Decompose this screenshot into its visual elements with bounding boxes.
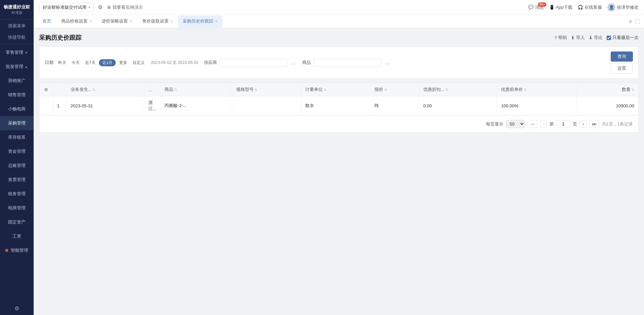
sidebar-item-wholesale[interactable]: 批发管理 ▲	[0, 60, 34, 74]
export-link[interactable]: ⬇ 导出	[589, 35, 603, 41]
filter-actions: 查询 设置	[611, 51, 633, 74]
sidebar-item-smart[interactable]: 智能管理	[0, 243, 34, 257]
supplier-label: 供应商	[204, 60, 217, 66]
row-spec	[232, 96, 301, 115]
sort-icon: ⇅	[445, 88, 448, 92]
row-supplier: 浙江...	[144, 96, 160, 115]
sidebar-item-quick-nav[interactable]: 快捷导航	[0, 32, 34, 42]
page-actions: ? 帮助 ⬆ 导入 ⬇ 导出 只看最后一次	[554, 35, 639, 41]
tabbar: 首页 商品价格设置 × 进价策略设置 × 售价提取设置 × 采购历史价跟踪 × …	[34, 15, 644, 28]
product-input[interactable]	[314, 59, 381, 67]
app-name: 畅捷通好业财	[3, 4, 31, 10]
date-btn-today[interactable]: 今天	[70, 59, 82, 66]
close-icon[interactable]: ×	[171, 19, 173, 23]
row-gear	[39, 96, 53, 115]
col-more[interactable]: ...	[144, 83, 160, 96]
gear-icon[interactable]: ⚙	[44, 87, 48, 92]
date-btn-custom[interactable]: 自定义	[131, 59, 147, 66]
row-price-unit: 吨	[370, 96, 419, 115]
retail-arrow: ▼	[25, 51, 28, 55]
sidebar-gear-icon[interactable]: ⚙	[14, 306, 19, 311]
page-header: 采购历史价跟踪 ? 帮助 ⬆ 导入 ⬇ 导出 只看最后一次	[39, 34, 639, 42]
supplier-input[interactable]	[220, 59, 287, 67]
date-btn-more[interactable]: 更多	[117, 59, 129, 66]
sidebar-item-ecom[interactable]: 电商管理	[0, 201, 34, 215]
sidebar-item-salary[interactable]: 工资	[0, 229, 34, 243]
per-page-select[interactable]: 50 10 20 100	[506, 120, 525, 128]
sidebar-item-ecom-small[interactable]: 小畅电商	[0, 102, 34, 116]
sidebar-item-purchase[interactable]: 采购管理	[0, 116, 34, 130]
wholesale-arrow: ▲	[25, 65, 28, 69]
headset-icon: 🎧	[578, 5, 583, 10]
sort-icon: ⇅	[632, 88, 634, 92]
help-link[interactable]: ? 帮助	[554, 35, 567, 41]
date-btn-7days[interactable]: 近7天	[83, 59, 98, 66]
tab-close-icon[interactable]: ✕	[629, 19, 633, 24]
row-date: 2023-05-31	[66, 96, 144, 115]
last-only-checkbox-label[interactable]: 只看最后一次	[607, 35, 639, 41]
col-product[interactable]: 商品 ⇅	[160, 83, 232, 96]
demo-icon: 🖥	[107, 5, 111, 10]
col-spec[interactable]: 规格型号 ⇅	[232, 83, 301, 96]
last-page-button[interactable]: ⏭	[589, 120, 599, 128]
col-pre-price[interactable]: 优惠前单价 ⇅	[497, 83, 576, 96]
next-page-button[interactable]: ›	[580, 120, 586, 128]
last-only-checkbox[interactable]	[607, 36, 611, 40]
user-button[interactable]: 👤 徐泽华修改	[607, 3, 639, 11]
col-discount[interactable]: 优惠折扣... ⇅	[419, 83, 497, 96]
topbar-settings-icon[interactable]: ⚙	[98, 4, 103, 10]
sidebar-item-marketing[interactable]: 营销推广	[0, 74, 34, 88]
close-icon[interactable]: ×	[90, 19, 92, 23]
col-date[interactable]: 业务发生... ⇅	[66, 83, 144, 96]
version-select[interactable]: 好业财标准版交付试用 ▾	[39, 3, 94, 12]
total-info: 共1页，1条记录	[602, 121, 633, 127]
online-service-button[interactable]: 🎧 在线客服	[578, 4, 602, 10]
tabbar-actions: ✕ ⛶	[629, 19, 640, 24]
demo-link[interactable]: 🖥 我要看实例演示	[107, 4, 143, 10]
sidebar-item-inventory[interactable]: 库存核算	[0, 130, 34, 144]
app-download-button[interactable]: 📱 App下载	[549, 4, 572, 10]
supplier-more-btn[interactable]: ...	[290, 60, 297, 66]
topbar-right: 💬 消息 99+ 📱 App下载 🎧 在线客服 👤 徐泽华修改	[528, 3, 639, 11]
messages-button[interactable]: 💬 消息 99+	[528, 4, 544, 10]
sidebar-item-finance[interactable]: 资金管理	[0, 144, 34, 159]
col-unit[interactable]: 计量单位 ⇅	[301, 83, 370, 96]
sort-icon: ⇅	[384, 88, 387, 92]
product-filter-item: 商品 ...	[302, 59, 391, 67]
table-header-row: ⚙ 业务发生... ⇅ ...	[39, 83, 638, 96]
sidebar-item-fixed-assets[interactable]: 固定资产	[0, 215, 34, 229]
sidebar-item-invoice[interactable]: 发票管理	[0, 173, 34, 187]
tab-expand-icon[interactable]: ⛶	[635, 19, 640, 24]
tab-sell-price[interactable]: 售价提取设置 ×	[138, 15, 177, 28]
sidebar-item-sales[interactable]: 销售管理	[0, 88, 34, 102]
col-gear[interactable]: ⚙	[39, 83, 53, 96]
date-btn-1month[interactable]: 近1月	[99, 59, 116, 66]
prev-page-button[interactable]: ‹	[540, 120, 547, 128]
close-icon[interactable]: ×	[130, 19, 132, 23]
data-table: ⚙ 业务发生... ⇅ ...	[39, 83, 638, 115]
date-btn-yesterday[interactable]: 昨天	[56, 59, 68, 66]
sidebar-item-search[interactable]: 搜索菜单	[0, 20, 34, 32]
tab-history-price[interactable]: 采购历史价跟踪 ×	[178, 15, 222, 28]
per-page-label: 每页显示	[486, 121, 503, 127]
tab-home[interactable]: 首页	[38, 15, 56, 28]
message-icon: 💬	[528, 5, 534, 10]
page-input[interactable]	[557, 120, 570, 128]
close-icon[interactable]: ×	[215, 19, 217, 23]
page-content: 采购历史价跟踪 ? 帮助 ⬆ 导入 ⬇ 导出 只看最后一次	[34, 28, 644, 315]
col-quantity[interactable]: 数量 ⇅	[576, 83, 638, 96]
query-button[interactable]: 查询	[611, 51, 633, 62]
sidebar-item-tax[interactable]: 税务管理	[0, 187, 34, 201]
first-page-button[interactable]: ⏮	[528, 120, 537, 128]
app-icon: 📱	[549, 5, 554, 10]
tab-purchase-strategy[interactable]: 进价策略设置 ×	[97, 15, 137, 28]
sidebar-item-general[interactable]: 总账管理	[0, 159, 34, 173]
row-seq: 1	[53, 96, 66, 115]
filter-settings-button[interactable]: 设置	[611, 63, 633, 74]
chevron-down-icon: ▾	[88, 5, 90, 9]
tab-price[interactable]: 商品价格设置 ×	[57, 15, 96, 28]
col-price[interactable]: 报价 ⇅	[370, 83, 419, 96]
sidebar-item-retail[interactable]: 零售管理 ▼	[0, 45, 34, 60]
product-more-btn[interactable]: ...	[384, 60, 391, 66]
import-link[interactable]: ⬆ 导入	[571, 35, 585, 41]
